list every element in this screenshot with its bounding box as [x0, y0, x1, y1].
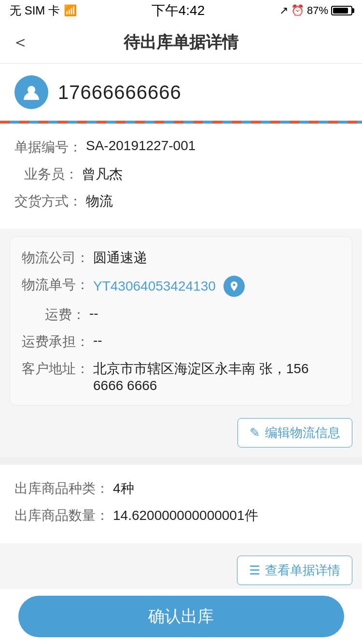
product-qty-label: 出库商品数量：	[14, 506, 113, 525]
logistics-company-row: 物流公司： 圆通速递	[22, 249, 340, 267]
status-bar: 无 SIM 卡 📶 下午4:42 ↗ ⏰ 87%	[0, 0, 362, 21]
tracking-value: YT43064053424130	[93, 279, 216, 294]
freight-bear-row: 运费承担： --	[22, 333, 340, 351]
avatar	[14, 75, 48, 109]
user-card: 17666666666	[0, 64, 362, 121]
delivery-row: 交货方式： 物流	[14, 192, 348, 210]
address-row: 客户地址： 北京市市辖区海淀区永丰南 张，156 6666 6666	[22, 360, 340, 393]
edit-logistics-label: 编辑物流信息	[265, 424, 340, 441]
map-pin-button[interactable]	[223, 276, 245, 297]
battery-fill	[333, 8, 348, 14]
location-icon: ↗	[279, 4, 288, 17]
product-type-row: 出库商品种类： 4种	[14, 479, 348, 498]
logistics-card: 物流公司： 圆通速递 物流单号： YT43064053424130 运费： --…	[10, 237, 352, 406]
view-detail-button[interactable]: ☰ 查看单据详情	[237, 556, 352, 585]
page-title: 待出库单据详情	[124, 31, 238, 54]
logistics-company-value: 圆通速递	[93, 249, 340, 267]
confirm-outbound-button[interactable]: 确认出库	[18, 596, 344, 637]
status-right: ↗ ⏰ 87%	[279, 4, 352, 17]
logistics-company-label: 物流公司：	[22, 249, 93, 267]
stats-section: 出库商品种类： 4种 出库商品数量： 14.620000000000001件	[0, 465, 362, 543]
document-label: 单据编号：	[14, 138, 86, 156]
view-detail-btn-wrap: ☰ 查看单据详情	[0, 551, 362, 595]
freight-bear-label: 运费承担：	[22, 333, 93, 351]
product-type-value: 4种	[113, 479, 348, 498]
carrier-label: 无 SIM 卡	[10, 3, 60, 18]
tracking-row: 物流单号： YT43064053424130	[22, 276, 340, 297]
section-separator	[0, 457, 362, 465]
product-qty-row: 出库商品数量： 14.620000000000001件	[14, 506, 348, 525]
battery-percent: 87%	[307, 4, 328, 17]
freight-bear-value: --	[93, 333, 340, 348]
freight-value: --	[89, 306, 340, 321]
status-time: 下午4:42	[152, 1, 205, 20]
address-label: 客户地址：	[22, 360, 93, 378]
user-phone: 17666666666	[58, 82, 181, 103]
tracking-value-row: YT43064053424130	[93, 276, 245, 297]
salesman-row: 业务员： 曾凡杰	[14, 165, 348, 183]
bottom-bar: 确认出库	[0, 589, 362, 644]
salesman-value: 曾凡杰	[82, 165, 348, 183]
battery-bar	[331, 6, 352, 15]
alarm-icon: ⏰	[291, 4, 304, 17]
detail-icon: ☰	[249, 563, 260, 578]
edit-icon: ✎	[250, 425, 260, 440]
delivery-label: 交货方式：	[14, 192, 86, 210]
back-button[interactable]: ＜	[12, 30, 29, 54]
product-qty-value: 14.620000000000001件	[113, 506, 348, 525]
document-row: 单据编号： SA-20191227-001	[14, 138, 348, 156]
delivery-value: 物流	[86, 192, 348, 210]
main-content: 17666666666 单据编号： SA-20191227-001 业务员： 曾…	[0, 64, 362, 644]
edit-logistics-button[interactable]: ✎ 编辑物流信息	[237, 418, 352, 448]
freight-label: 运费：	[22, 306, 89, 324]
tracking-label: 物流单号：	[22, 276, 93, 294]
status-left: 无 SIM 卡 📶	[10, 3, 77, 18]
view-detail-label: 查看单据详情	[265, 562, 340, 579]
salesman-label: 业务员：	[14, 165, 82, 183]
document-value: SA-20191227-001	[86, 138, 348, 154]
wifi-icon: 📶	[64, 4, 77, 17]
product-type-label: 出库商品种类：	[14, 479, 113, 498]
basic-info-section: 单据编号： SA-20191227-001 业务员： 曾凡杰 交货方式： 物流	[0, 124, 362, 229]
edit-btn-wrap: ✎ 编辑物流信息	[0, 413, 362, 457]
nav-bar: ＜ 待出库单据详情	[0, 21, 362, 64]
address-value: 北京市市辖区海淀区永丰南 张，156 6666 6666	[93, 360, 340, 393]
freight-row: 运费： --	[22, 306, 340, 324]
